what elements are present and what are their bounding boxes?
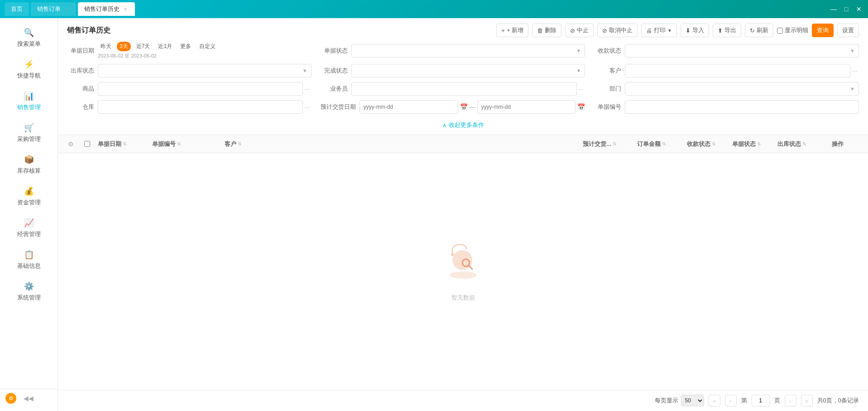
table-settings-icon[interactable]: ⚙ (68, 140, 74, 148)
doc-status-select[interactable]: ▼ (351, 44, 585, 58)
col-receipt-status[interactable]: 收款状态 ⇅ (683, 140, 729, 148)
warehouse-input[interactable] (98, 100, 303, 114)
window-controls: — □ ✕ (829, 5, 863, 14)
display-detail-input[interactable] (777, 28, 783, 34)
product-label: 商品 (67, 85, 94, 93)
col-delivery-status[interactable]: 出库状态 ⇅ (774, 140, 828, 148)
col-doc-date-label: 单据日期 (98, 140, 121, 148)
date-tab-1month[interactable]: 近1月 (155, 42, 175, 51)
col-doc-no[interactable]: 单据编号 ⇅ (149, 140, 221, 148)
settings-button[interactable]: 设置 (837, 24, 859, 37)
query-button[interactable]: 查询 (812, 24, 834, 37)
tab-home-label: 首页 (11, 5, 23, 13)
sales-mgmt-icon: 📊 (24, 91, 34, 102)
sidebar-settings-icon[interactable]: ⚙ (5, 393, 16, 404)
date-tab-7days[interactable]: 近7天 (134, 42, 153, 51)
sidebar-item-inventory[interactable]: 📦 库存核算 (0, 149, 58, 180)
col-doc-date[interactable]: 单据日期 ⇅ (94, 140, 149, 148)
close-button[interactable]: ✕ (854, 5, 863, 14)
customer-input[interactable] (625, 64, 850, 77)
select-all-checkbox[interactable] (84, 141, 90, 147)
page-number-input[interactable] (752, 395, 770, 406)
completion-status-label: 完成状态 (321, 67, 348, 75)
new-button[interactable]: + + 新增 (496, 24, 528, 37)
sidebar-item-sales-mgmt[interactable]: 📊 销售管理 (0, 85, 58, 117)
filter-product: 商品 ··· (67, 82, 312, 96)
print-button[interactable]: 🖨 打印 ▼ (641, 24, 677, 37)
print-icon: 🖨 (646, 27, 652, 34)
collapse-button[interactable]: ∧ 收起更多条件 (67, 118, 859, 129)
expected-delivery-label: 预计交货日期 (321, 103, 356, 111)
department-arrow-icon: ▼ (850, 86, 855, 92)
next-page-button[interactable]: › (785, 395, 796, 406)
page-label-before: 第 (741, 396, 747, 405)
date-tab-custom[interactable]: 自定义 (197, 42, 218, 51)
sidebar-collapse-icon[interactable]: ◀◀ (24, 395, 34, 402)
prev-page-button[interactable]: ‹ (725, 395, 737, 406)
tab-home[interactable]: 首页 (5, 2, 29, 16)
doc-number-input[interactable] (625, 100, 859, 114)
maximize-button[interactable]: □ (842, 5, 851, 14)
sidebar-item-basic-info[interactable]: 📋 基础信息 (0, 244, 58, 276)
last-page-button[interactable]: » (801, 395, 813, 406)
calendar-from-icon[interactable]: 📅 (460, 103, 468, 111)
completion-status-select[interactable]: ▼ (351, 64, 585, 77)
filter-row-4: 仓库 ··· 预计交货日期 📅 — 📅 (67, 100, 859, 114)
date-tab-3days[interactable]: 3天 (117, 42, 131, 51)
tab-sales-order-history-close[interactable]: × (122, 6, 129, 12)
refresh-button[interactable]: ↻ 刷新 (745, 24, 773, 37)
search-menu-icon: 🔍 (24, 27, 34, 38)
product-input[interactable] (98, 82, 303, 96)
customer-ellipsis-icon[interactable]: ··· (850, 68, 859, 74)
sidebar-item-sys-mgmt[interactable]: ⚙️ 系统管理 (0, 276, 58, 307)
col-customer[interactable]: 客户 ⇅ (221, 140, 579, 148)
product-ellipsis-icon[interactable]: ··· (303, 86, 312, 92)
tab-sales-order-history[interactable]: 销售订单历史 × (78, 2, 135, 16)
cancel-stop-button[interactable]: ⊘ 取消中止 (597, 24, 638, 37)
tab-sales-order-close[interactable]: × (63, 6, 70, 12)
sidebar-item-basic-info-label: 基础信息 (17, 262, 41, 270)
delete-button[interactable]: 🗑 删除 (532, 24, 561, 37)
page-size-wrap: 每页显示 10 20 50 100 (655, 395, 704, 406)
receipt-status-select[interactable]: ▼ (625, 44, 859, 58)
first-page-button[interactable]: « (709, 395, 720, 406)
department-select[interactable]: ▼ (625, 82, 859, 96)
col-expected-delivery[interactable]: 预计交货... ⇅ (579, 140, 633, 148)
sales-rep-input[interactable] (351, 82, 577, 96)
delete-icon: 🗑 (537, 27, 543, 34)
filter-completion-status: 完成状态 ▼ (321, 64, 585, 77)
import-button[interactable]: ⬇ 导入 (681, 24, 709, 37)
first-page-icon: « (713, 397, 716, 404)
date-tab-more[interactable]: 更多 (177, 42, 194, 51)
page-label: 页 (774, 396, 780, 405)
calendar-to-icon[interactable]: 📅 (577, 103, 585, 111)
sidebar-item-operations[interactable]: 📈 经营管理 (0, 212, 58, 244)
export-label: 导出 (724, 26, 736, 34)
sidebar-item-finance[interactable]: 💰 资金管理 (0, 180, 58, 212)
filter-row-2: 出库状态 ▼ 完成状态 ▼ 客户 (67, 64, 859, 77)
minimize-button[interactable]: — (829, 5, 838, 14)
sales-rep-ellipsis-icon[interactable]: ··· (577, 86, 585, 92)
expected-delivery-date-from[interactable] (360, 100, 458, 114)
sidebar-item-purchase-mgmt[interactable]: 🛒 采购管理 (0, 117, 58, 149)
sidebar-item-search-menu[interactable]: 🔍 搜索菜单 (0, 22, 58, 53)
delivery-status-select[interactable]: ▼ (98, 64, 312, 77)
sidebar-bottom: ⚙ ◀◀ (0, 389, 58, 407)
display-detail-checkbox[interactable]: 显示明细 (777, 26, 808, 34)
page-size-select[interactable]: 10 20 50 100 (681, 395, 704, 406)
filter-row-3: 商品 ··· 业务员 ··· 部门 (67, 82, 859, 96)
sidebar-item-quick-nav[interactable]: ⚡ 快捷导航 (0, 53, 58, 85)
expected-delivery-date-to[interactable] (477, 100, 576, 114)
stop-button[interactable]: ⊘ 中止 (565, 24, 594, 37)
col-actions: 操作 (828, 140, 864, 148)
filter-doc-date: 单据日期 昨天 3天 近7天 近1月 更多 自定义 2023-06-02 至 2… (67, 42, 312, 59)
export-button[interactable]: ⬆ 导出 (713, 24, 741, 37)
total-info: 共0页，0条记录 (817, 396, 859, 405)
date-tab-yesterday[interactable]: 昨天 (98, 42, 114, 51)
warehouse-ellipsis-icon[interactable]: ··· (303, 104, 312, 111)
col-doc-status[interactable]: 单据状态 ⇅ (729, 140, 774, 148)
tab-sales-order[interactable]: 销售订单 × (31, 2, 76, 16)
filter-receipt-status: 收款状态 ▼ (594, 44, 859, 58)
col-order-amount[interactable]: 订单金额 ⇅ (633, 140, 683, 148)
sidebar-item-search-menu-label: 搜索菜单 (17, 40, 41, 48)
